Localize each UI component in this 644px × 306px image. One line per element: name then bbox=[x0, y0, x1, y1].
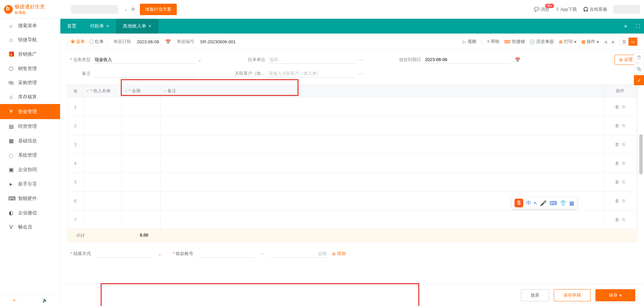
sidebar-item-11[interactable]: ▸新手引导 bbox=[0, 177, 60, 191]
discard-button[interactable]: 放弃 bbox=[521, 289, 549, 301]
messages-link[interactable]: 💬 消息 99+ bbox=[534, 6, 549, 12]
doc-date-value[interactable]: 2023-06-06 bbox=[137, 39, 159, 44]
prev-doc-icon[interactable]: ◀ bbox=[604, 39, 607, 44]
gear-icon[interactable]: ⚙ bbox=[131, 7, 135, 12]
chevron-down-icon[interactable]: ⌄ bbox=[124, 7, 128, 12]
ime-lang[interactable]: 中 bbox=[526, 200, 531, 207]
org-selector[interactable]: ⌄ bbox=[71, 5, 131, 14]
ops-link[interactable]: ▦操作▾ bbox=[581, 39, 599, 45]
copy-row-icon[interactable]: ⎘ bbox=[623, 123, 625, 128]
copy-row-icon[interactable]: ⎘ bbox=[623, 180, 625, 185]
table-row[interactable]: 5🗑⎘ bbox=[67, 173, 637, 192]
user-avatar[interactable] bbox=[613, 5, 640, 14]
table-row[interactable]: 4🗑⎘ bbox=[67, 154, 637, 173]
view-form-icon[interactable]: ▭ bbox=[629, 38, 637, 46]
col-note[interactable]: ⇅备注 bbox=[161, 85, 603, 97]
scrollbar[interactable] bbox=[639, 134, 643, 174]
ime-toolbar[interactable]: S 中 •, 🎤 ⌨ 👕 ▦ bbox=[512, 197, 577, 209]
sidebar-item-9[interactable]: ◌系统管理 bbox=[0, 148, 60, 162]
delete-row-icon[interactable]: 🗑 bbox=[615, 161, 619, 166]
help-link[interactable]: ?帮助 bbox=[487, 39, 499, 45]
video-link[interactable]: ▷视频 bbox=[463, 39, 476, 45]
copy-row-icon[interactable]: ⎘ bbox=[623, 161, 625, 166]
sidebar-item-4[interactable]: 🛍采购管理 bbox=[0, 76, 60, 90]
col-name[interactable]: ⇅收入名称 bbox=[84, 85, 122, 97]
copy-row-icon[interactable]: ⎘ bbox=[623, 142, 625, 147]
rail-attach-icon[interactable]: 📎 bbox=[634, 64, 644, 74]
close-tab-icon[interactable]: ✕ bbox=[106, 24, 109, 29]
sidebar-item-1[interactable]: ⌂快捷导航 bbox=[0, 33, 60, 47]
sidebar-icon: ▸ bbox=[8, 181, 14, 187]
sidebar-item-0[interactable]: ⌕搜索菜单 bbox=[0, 19, 60, 33]
table-row[interactable]: 3🗑⎘ bbox=[67, 135, 637, 154]
due-input[interactable] bbox=[424, 56, 512, 64]
delete-row-icon[interactable]: 🗑 bbox=[615, 104, 619, 109]
tab-1[interactable]: 付款单✕ bbox=[83, 19, 116, 34]
copy-row-icon[interactable]: ⎘ bbox=[623, 217, 625, 222]
rail-note-icon[interactable]: 🗒 bbox=[634, 52, 644, 62]
copy-row-icon[interactable]: ⎘ bbox=[623, 104, 625, 109]
copy-row-icon[interactable]: ⎘ bbox=[623, 198, 625, 203]
delete-row-icon[interactable]: 🗑 bbox=[615, 123, 619, 128]
biztype-input[interactable] bbox=[94, 56, 195, 64]
tab-2[interactable]: 其他收入单✕ bbox=[116, 19, 158, 34]
calendar-icon[interactable]: 📅 bbox=[515, 57, 520, 62]
delete-row-icon[interactable]: 🗑 bbox=[615, 142, 619, 147]
close-all-tabs-icon[interactable]: ✕ bbox=[620, 24, 632, 29]
chevron-down-icon[interactable]: ⌄ bbox=[158, 251, 162, 256]
table-row[interactable]: 7🗑⎘ bbox=[67, 210, 637, 229]
close-tab-icon[interactable]: ✕ bbox=[148, 24, 152, 29]
ime-grid-icon[interactable]: ▦ bbox=[569, 200, 574, 206]
sidebar-item-8[interactable]: ▦基础信息 bbox=[0, 134, 60, 148]
online-service-link[interactable]: 🎧 在线客服 bbox=[583, 6, 607, 12]
ime-skin-icon[interactable]: 👕 bbox=[560, 200, 567, 206]
rail-expand-icon[interactable]: ⤢ bbox=[634, 75, 644, 85]
calendar-icon[interactable]: 📅 bbox=[165, 39, 171, 44]
relcust-input[interactable] bbox=[268, 69, 355, 78]
next-doc-icon[interactable]: ▶ bbox=[612, 39, 615, 44]
sidebar-item-12[interactable]: ⌨智能硬件 bbox=[0, 191, 60, 206]
fullscreen-icon[interactable]: ⛶ bbox=[632, 24, 644, 29]
sidebar-collapse-icon[interactable]: ⇤ bbox=[0, 294, 30, 306]
sidebar-item-7[interactable]: ▤经营管理 bbox=[0, 119, 60, 134]
shortcut-link[interactable]: ⌨快捷键 bbox=[504, 39, 525, 45]
col-amount[interactable]: ⇅金额 bbox=[122, 85, 161, 97]
table-row[interactable]: 2🗑⎘ bbox=[67, 116, 637, 135]
history-link[interactable]: 🕘历史单据 bbox=[530, 39, 554, 45]
try-industry-button[interactable]: 体验行业方案 bbox=[140, 4, 177, 15]
app-download-link[interactable]: ⇩ App下载 bbox=[555, 6, 577, 12]
more-icon[interactable]: ⋯ bbox=[260, 251, 265, 256]
ime-punct-icon[interactable]: •, bbox=[534, 200, 537, 206]
settle-method-input[interactable] bbox=[96, 250, 153, 258]
sidebar-sound-icon[interactable]: 🔈 bbox=[30, 294, 60, 306]
radio-red[interactable]: 红单 bbox=[90, 39, 104, 45]
remark-input[interactable] bbox=[94, 69, 195, 78]
more-icon[interactable]: ⋯ bbox=[359, 71, 363, 76]
radio-blue[interactable]: 蓝单 bbox=[71, 39, 85, 45]
sidebar-item-5[interactable]: ⌂库存核算 bbox=[0, 90, 60, 104]
sidebar-item-10[interactable]: ▣企业协同 bbox=[0, 162, 60, 177]
save-draft-button[interactable]: 保存草稿 bbox=[554, 289, 591, 301]
more-icon[interactable]: ⋯ bbox=[359, 57, 364, 62]
add-settlement-button[interactable]: ⊕添加 bbox=[332, 251, 346, 257]
ime-keyboard-icon[interactable]: ⌨ bbox=[549, 200, 557, 206]
unit-input[interactable] bbox=[269, 56, 356, 64]
delete-row-icon[interactable]: 🗑 bbox=[615, 198, 619, 203]
sidebar-item-3[interactable]: ⬡销售管理 bbox=[0, 61, 60, 76]
view-list-icon[interactable]: ☰ bbox=[620, 38, 629, 46]
tab-0[interactable]: 首页 bbox=[60, 19, 83, 34]
chevron-down-icon[interactable]: ⌄ bbox=[198, 57, 202, 62]
delete-row-icon[interactable]: 🗑 bbox=[615, 217, 619, 222]
sidebar-item-2[interactable]: 🎁营销推广 bbox=[0, 47, 60, 61]
sidebar-item-14[interactable]: V畅会员 bbox=[0, 220, 60, 234]
print-link[interactable]: 🖶打印▾ bbox=[558, 39, 577, 45]
delete-row-icon[interactable]: 🗑 bbox=[615, 180, 619, 185]
settle-amt-input[interactable] bbox=[270, 250, 327, 258]
save-button[interactable]: 保存▾ bbox=[595, 289, 635, 301]
table-row[interactable]: 1🗑⎘ bbox=[67, 98, 637, 116]
ime-mic-icon[interactable]: 🎤 bbox=[540, 200, 547, 206]
settle-acct-input[interactable] bbox=[198, 250, 256, 258]
sidebar-item-6[interactable]: ￥资金管理 bbox=[0, 104, 60, 119]
sidebar-item-13[interactable]: ◐企业微信 bbox=[0, 206, 60, 220]
table-gear-icon[interactable]: ⚙ bbox=[67, 85, 84, 97]
